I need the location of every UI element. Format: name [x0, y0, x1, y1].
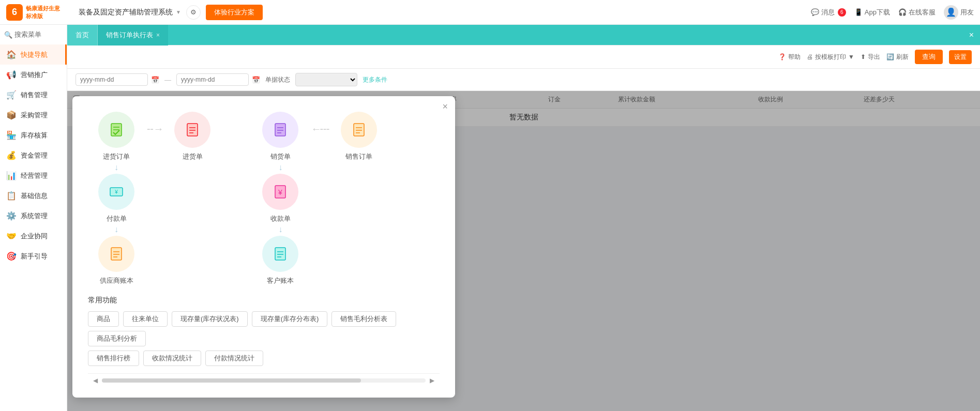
common-btn-contacts[interactable]: 往来单位	[123, 311, 168, 327]
sidebar-item-operations[interactable]: 📊 经营管理	[0, 165, 67, 186]
tab-bar-close[interactable]: ×	[963, 31, 980, 40]
common-btn-payment-stats[interactable]: 付款情况统计	[205, 351, 263, 366]
help-button[interactable]: ❓ 帮助	[778, 53, 801, 62]
common-btn-sales-margin[interactable]: 销售毛利分析表	[331, 311, 396, 327]
system-dropdown-icon[interactable]: ▼	[176, 9, 181, 15]
date-end-input[interactable]	[176, 73, 249, 86]
sales-icon: 🛒	[6, 90, 17, 100]
arrow-down-1: ↓	[114, 162, 118, 173]
common-btn-goods-margin[interactable]: 商品毛利分析	[88, 331, 146, 346]
sidebar-item-system[interactable]: ⚙️ 系统管理	[0, 206, 67, 226]
order-status-select[interactable]	[295, 73, 357, 86]
marketing-icon: 📢	[6, 70, 17, 80]
sidebar-search[interactable]: 🔍 搜索菜单	[0, 25, 67, 44]
customer-ledger-icon	[262, 236, 298, 272]
svg-rect-23	[354, 124, 364, 136]
sales-order-icon	[341, 112, 377, 148]
popup-overlay: × 进货订单 ↓	[67, 91, 980, 411]
avatar: 👤	[944, 5, 958, 20]
sales-receipt-label: 销货单	[270, 152, 291, 161]
sidebar-item-sales[interactable]: 🛒 销售管理	[0, 85, 67, 105]
content-body: 品 商品 金额 预估毛利 预估毛利率 订金 累计收款金额 收款比例 还差多少天	[67, 91, 980, 411]
date-start-input[interactable]	[76, 73, 148, 86]
svg-text:¥: ¥	[114, 189, 118, 195]
refresh-icon: 🔄	[886, 53, 894, 60]
flow-sales-order[interactable]: 销售订单	[330, 112, 387, 161]
logo: 6 畅康通好生意 标准版	[6, 4, 73, 21]
common-buttons-row1: 商品 往来单位 现存量(库存状况表) 现存量(库存分布表) 销售毛利分析表 商品…	[88, 311, 440, 346]
svg-rect-13	[275, 124, 285, 136]
online-service-button[interactable]: 🎧 在线客服	[898, 8, 936, 17]
flow-payment[interactable]: ¥ 付款单	[88, 174, 145, 223]
sales-receipt-icon	[262, 112, 298, 148]
sidebar-item-basic[interactable]: 📋 基础信息	[0, 186, 67, 206]
refresh-button[interactable]: 🔄 刷新	[886, 53, 909, 62]
calendar-end-icon[interactable]: 📅	[252, 76, 260, 84]
arrow-down-4: ↓	[278, 224, 282, 235]
flow-supplier-ledger[interactable]: 供应商账本	[88, 236, 145, 285]
sidebar-item-marketing[interactable]: 📢 营销推广	[0, 65, 67, 85]
purchase-icon: 📦	[6, 110, 17, 120]
print-dropdown-icon: ▼	[848, 53, 854, 60]
sidebar-item-enterprise[interactable]: 🤝 企业协同	[0, 226, 67, 246]
svg-rect-9	[187, 124, 198, 136]
arrow-down-3: ↓	[114, 224, 118, 235]
query-button[interactable]: 查询	[915, 50, 943, 64]
receipt-icon: ¥	[262, 174, 298, 210]
flow-purchase-receipt[interactable]: 进货单	[164, 112, 221, 161]
popup-close-button[interactable]: ×	[442, 101, 448, 112]
sidebar: 🔍 搜索菜单 🏠 快捷导航 📢 营销推广 🛒 销售管理 📦	[0, 25, 67, 411]
scroll-track	[102, 378, 426, 383]
top-right-actions: 💬 消息 6 📱 App下载 🎧 在线客服 👤 用友	[811, 5, 974, 20]
sidebar-item-purchase[interactable]: 📦 采购管理	[0, 105, 67, 125]
system-icon: ⚙️	[6, 211, 17, 221]
sidebar-item-finance[interactable]: 💰 资金管理	[0, 145, 67, 165]
message-badge: 6	[838, 8, 846, 17]
common-btn-stock-status[interactable]: 现存量(库存状况表)	[172, 311, 248, 327]
common-functions-title: 常用功能	[88, 296, 440, 305]
export-button[interactable]: ⬆ 导出	[861, 53, 880, 62]
payment-label: 付款单	[107, 214, 127, 223]
svg-rect-19	[275, 248, 285, 260]
inventory-icon: 🏪	[6, 130, 17, 140]
tab-home[interactable]: 首页	[67, 25, 98, 45]
system-title: 装备及固定资产辅助管理系统 ▼	[79, 8, 181, 17]
flow-purchase-order[interactable]: 进货订单	[88, 112, 145, 161]
common-btn-goods[interactable]: 商品	[88, 311, 119, 327]
setting-button[interactable]: 设置	[949, 50, 972, 64]
message-button[interactable]: 💬 消息 6	[811, 8, 846, 17]
filter-row: 📅 — 📅 单据状态 更多条件	[67, 69, 980, 91]
purchase-receipt-label: 进货单	[183, 152, 203, 161]
user-menu[interactable]: 👤 用友	[944, 5, 974, 20]
download-icon: 📱	[854, 8, 863, 16]
sidebar-item-inventory[interactable]: 🏪 库存核算	[0, 125, 67, 145]
calendar-icon[interactable]: 📅	[151, 76, 159, 84]
supplier-ledger-icon	[98, 236, 134, 272]
trial-button[interactable]: 体验行业方案	[206, 5, 263, 20]
settings-button[interactable]: ⚙	[186, 5, 201, 20]
common-btn-sales-rank[interactable]: 销售排行榜	[88, 351, 139, 366]
tab-sales-order[interactable]: 销售订单执行表 ×	[98, 25, 168, 45]
search-icon: 🔍	[4, 31, 12, 39]
scroll-left-arrow[interactable]: ◀	[93, 377, 98, 384]
more-conditions-link[interactable]: 更多条件	[363, 75, 387, 84]
common-btn-stock-dist[interactable]: 现存量(库存分布表)	[252, 311, 328, 327]
template-print-button[interactable]: 🖨 按模板打印 ▼	[807, 53, 854, 62]
home-icon: 🏠	[6, 50, 17, 59]
print-icon: 🖨	[807, 53, 813, 60]
sidebar-menu: 🏠 快捷导航 📢 营销推广 🛒 销售管理 📦 采购管理 🏪 库存核	[0, 44, 67, 411]
content-area: 首页 销售订单执行表 × × ❓ 帮助 🖨 按模板打印 ▼	[67, 25, 980, 411]
common-btn-receipt-stats[interactable]: 收款情况统计	[143, 351, 201, 366]
scroll-right-arrow[interactable]: ▶	[430, 377, 434, 384]
flow-receipt[interactable]: ¥ 收款单	[252, 174, 309, 223]
flow-sales-receipt[interactable]: 销货单	[252, 112, 309, 161]
message-icon: 💬	[811, 8, 819, 16]
common-buttons-row2: 销售排行榜 收款情况统计 付款情况统计	[88, 351, 440, 366]
basic-icon: 📋	[6, 191, 17, 201]
app-download-button[interactable]: 📱 App下载	[854, 8, 890, 17]
svg-rect-5	[111, 248, 122, 260]
flow-customer-ledger[interactable]: 客户账本	[252, 236, 309, 285]
sidebar-item-quick-nav[interactable]: 🏠 快捷导航	[0, 44, 67, 65]
sidebar-item-guide[interactable]: 🎯 新手引导	[0, 246, 67, 266]
tab-close-icon[interactable]: ×	[156, 32, 160, 39]
